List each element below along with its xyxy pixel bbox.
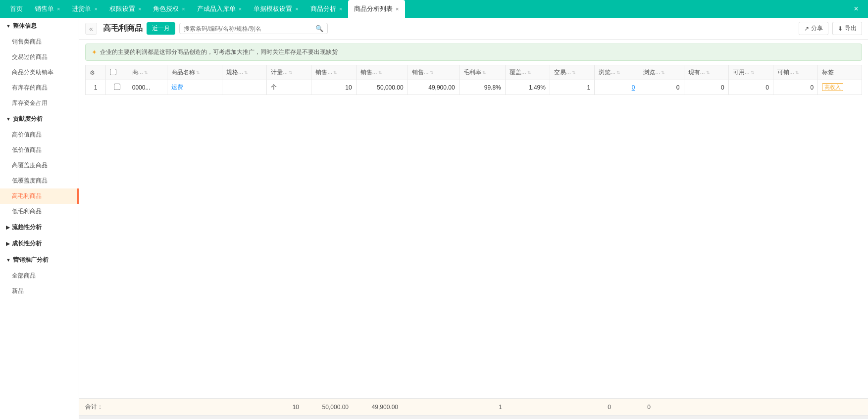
sidebar-item-stock-capital[interactable]: 库存资金占用 (0, 95, 79, 111)
nav-permissions[interactable]: 权限设置 × (103, 0, 147, 18)
col-browse1[interactable]: 浏览... ⇅ (595, 65, 639, 80)
nav-purchase-order[interactable]: 进货单 × (66, 0, 103, 18)
sidebar-item-high-margin[interactable]: 高毛利商品 (0, 188, 79, 204)
search-icon[interactable]: 🔍 (315, 25, 323, 32)
nav-finished-goods[interactable]: 产成品入库单 × (191, 0, 248, 18)
nav-close-roles[interactable]: × (182, 6, 185, 12)
sidebar-group-contribution[interactable]: ▼ 贡献度分析 (0, 111, 79, 127)
export-icon: ⬇ (838, 25, 843, 32)
cell-sales-amount: 50,000.00 (356, 80, 408, 95)
col-gross-margin[interactable]: 毛利率 ⇅ (459, 65, 505, 80)
nav-product-analysis[interactable]: 商品分析 × (305, 0, 348, 18)
cell-browse2: 0 (639, 80, 684, 95)
cell-current-stock: 0 (684, 80, 728, 95)
sidebar-item-sales-goods[interactable]: 销售类商品 (0, 34, 79, 49)
content-header: « 高毛利商品 近一月 🔍 ↗ 分享 ⬇ 导出 (79, 18, 868, 40)
cell-coverage: 1.49% (505, 80, 550, 95)
col-available[interactable]: 可用... ⇅ (728, 65, 773, 80)
cell-name[interactable]: 运费 (167, 80, 222, 95)
sidebar-item-traded-goods[interactable]: 交易过的商品 (0, 49, 79, 65)
export-button[interactable]: ⬇ 导出 (832, 22, 862, 35)
arrow-growth: ▶ (6, 241, 10, 246)
col-saleable[interactable]: 可销... ⇅ (773, 65, 817, 80)
nav-sales-order[interactable]: 销售单 × (29, 0, 66, 18)
col-spec[interactable]: 规格... ⇅ (222, 65, 267, 80)
col-sales-amount[interactable]: 销售... ⇅ (356, 65, 408, 80)
sort-stock-icon: ⇅ (706, 70, 710, 75)
sidebar-item-low-margin[interactable]: 低毛利商品 (0, 204, 79, 219)
nav-roles[interactable]: 角色授权 × (147, 0, 191, 18)
col-code[interactable]: 商... ⇅ (128, 65, 167, 80)
col-unit[interactable]: 计量... ⇅ (267, 65, 311, 80)
nav-close-sales[interactable]: × (57, 6, 60, 12)
nav-close-purchase[interactable]: × (94, 6, 97, 12)
arrow-marketing: ▼ (6, 257, 11, 263)
sidebar-item-category-rate[interactable]: 商品分类助销率 (0, 65, 79, 80)
horizontal-scrollbar[interactable] (79, 415, 868, 419)
collapse-sidebar-button[interactable]: « (85, 23, 97, 35)
sort-browse2-icon: ⇅ (661, 70, 665, 75)
footer-current-stock: 0 (575, 404, 615, 411)
col-sales-qty[interactable]: 销售... ⇅ (311, 65, 356, 80)
info-icon: ✦ (92, 48, 97, 56)
footer-total-bar: 合计： 10 50,000.00 49,900.00 1 0 0 (79, 398, 868, 415)
sidebar-item-all-goods[interactable]: 全部商品 (0, 268, 79, 283)
sort-amount-icon: ⇅ (378, 70, 382, 75)
cell-available: 0 (728, 80, 773, 95)
cell-unit: 个 (267, 80, 311, 95)
sidebar-group-trend[interactable]: ▶ 流趋性分析 (0, 219, 79, 235)
nav-close-template[interactable]: × (295, 6, 298, 12)
sort-coverage-icon: ⇅ (527, 70, 531, 75)
sidebar-group-overall[interactable]: ▼ 整体信息 (0, 18, 79, 34)
nav-home[interactable]: 首页 (4, 0, 29, 18)
sidebar-item-high-coverage[interactable]: 高覆盖度商品 (0, 158, 79, 173)
col-transactions[interactable]: 交易... ⇅ (550, 65, 594, 80)
col-coverage[interactable]: 覆盖... ⇅ (505, 65, 550, 80)
sidebar-item-high-value[interactable]: 高价值商品 (0, 127, 79, 142)
search-input[interactable] (184, 25, 315, 32)
main-layout: ▼ 整体信息 销售类商品 交易过的商品 商品分类助销率 有库存的商品 库存资金占… (0, 18, 868, 419)
col-name[interactable]: 商品名称 ⇅ (167, 65, 222, 80)
cell-browse1[interactable]: 0 (595, 80, 639, 95)
col-tag[interactable]: 标签 (818, 65, 862, 80)
nav-close-analysis-list[interactable]: × (396, 6, 399, 12)
nav-analysis-list[interactable]: 商品分析列表 × (348, 0, 405, 18)
select-all-checkbox[interactable] (110, 69, 116, 75)
search-box: 🔍 (179, 23, 328, 34)
sidebar-group-growth[interactable]: ▶ 成长性分析 (0, 235, 79, 252)
sort-cost-icon: ⇅ (430, 70, 434, 75)
nav-close-analysis[interactable]: × (339, 6, 342, 12)
col-checkbox[interactable] (106, 65, 128, 80)
sidebar-item-new-products[interactable]: 新品 (0, 283, 79, 299)
share-button[interactable]: ↗ 分享 (799, 22, 828, 35)
footer-sales-amount: 50,000.00 (303, 404, 353, 411)
nav-template-settings[interactable]: 单据模板设置 × (248, 0, 304, 18)
footer-label: 合计： (85, 403, 125, 411)
col-sales-cost[interactable]: 销售... ⇅ (408, 65, 459, 80)
date-filter-recent-month[interactable]: 近一月 (147, 22, 175, 35)
nav-close-finished[interactable]: × (239, 6, 242, 12)
col-current-stock[interactable]: 现有... ⇅ (684, 65, 728, 80)
nav-close-permissions[interactable]: × (138, 6, 141, 12)
sidebar-item-low-coverage[interactable]: 低覆盖度商品 (0, 173, 79, 188)
sidebar-item-in-stock[interactable]: 有库存的商品 (0, 80, 79, 95)
col-settings[interactable]: ⚙ (86, 65, 106, 80)
cell-checkbox[interactable] (106, 80, 128, 95)
window-close-button[interactable]: × (848, 1, 864, 17)
col-browse2[interactable]: 浏览... ⇅ (639, 65, 684, 80)
cell-tag: 高收入 (818, 80, 862, 95)
sort-available-icon: ⇅ (751, 70, 755, 75)
sort-code-icon: ⇅ (144, 70, 148, 75)
content-area: « 高毛利商品 近一月 🔍 ↗ 分享 ⬇ 导出 ✦ 企业的主要的利润都是这部 (79, 18, 868, 419)
goods-table: ⚙ 商... ⇅ 商品名称 (85, 65, 862, 95)
sidebar-group-marketing[interactable]: ▼ 营销推广分析 (0, 252, 79, 268)
info-banner: ✦ 企业的主要的利润都是这部分商品创造的，可考虑加大推广，同时关注库存是不要出现… (85, 44, 862, 61)
sort-name-icon: ⇅ (196, 70, 200, 75)
share-icon: ↗ (804, 25, 809, 32)
cell-transactions: 1 (550, 80, 594, 95)
sort-qty-icon: ⇅ (333, 70, 337, 75)
table-row: 1 0000... 运费 个 10 50,000.00 49,900.00 99… (86, 80, 862, 95)
cell-sales-qty: 10 (311, 80, 356, 95)
sort-spec-icon: ⇅ (244, 70, 248, 75)
sidebar-item-low-value[interactable]: 低价值商品 (0, 142, 79, 158)
